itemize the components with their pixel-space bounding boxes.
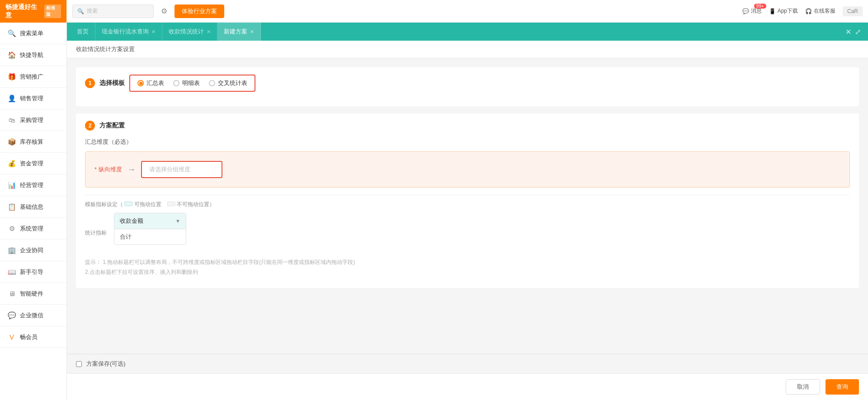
vertical-dimension-label: 纵向维度: [94, 165, 122, 174]
page-header: 收款情况统计方案设置: [67, 41, 868, 58]
sidebar-item-wechat[interactable]: 💬 企业微信: [0, 305, 66, 326]
sidebar-item-label: 库存核算: [20, 138, 43, 146]
save-checkbox-text: 方案保存(可选): [86, 360, 126, 368]
sidebar: 畅捷通好生意 标准版 🔍 搜索菜单 🏠 快捷导航 🎁 营销推广 👤 销售管理 🛍…: [0, 0, 67, 400]
action-bar: 取消 查询: [67, 373, 868, 400]
radio-detail-circle: [173, 80, 179, 86]
sidebar-item-funds[interactable]: 💰 资金管理: [0, 153, 66, 174]
query-button[interactable]: 查询: [826, 379, 859, 395]
breadcrumb: 收款情况统计方案设置: [76, 46, 135, 52]
expand-icon[interactable]: ⤢: [855, 28, 861, 36]
topbar-search-box[interactable]: 🔍 搜索: [72, 5, 154, 18]
stats-row-text: 合计: [120, 233, 132, 240]
dimension-row: 纵向维度 → 请选择分组维度: [94, 161, 840, 178]
indicator-label-col: 统计指标: [85, 213, 107, 250]
tab-new-plan-close-icon[interactable]: ✕: [250, 29, 254, 35]
sidebar-item-hardware[interactable]: 🖥 智能硬件: [0, 283, 66, 305]
sidebar-item-search[interactable]: 🔍 搜索菜单: [0, 23, 66, 44]
sidebar-item-sales[interactable]: 👤 销售管理: [0, 88, 66, 109]
tab-home-label: 首页: [77, 28, 89, 36]
box-icon: 📦: [7, 137, 16, 146]
topbar-right: 💬 消息 99+ 📱 App下载 🎧 在线客服 CaR: [742, 6, 863, 16]
indicator-prefix-text: 模板指标设定（: [85, 201, 123, 207]
logo-text: 畅捷通好生意: [5, 3, 42, 19]
tab-collection-stats-close-icon[interactable]: ✕: [207, 29, 211, 35]
user-icon: 👤: [7, 94, 16, 103]
dimension-selector[interactable]: 请选择分组维度: [141, 161, 222, 178]
radio-detail[interactable]: 明细表: [173, 79, 200, 87]
sidebar-item-label: 新手引导: [20, 268, 43, 276]
topbar-search-icon: 🔍: [77, 8, 84, 14]
save-checkbox[interactable]: [76, 361, 82, 367]
notification-badge: 99+: [754, 4, 766, 9]
sidebar-item-marketing[interactable]: 🎁 营销推广: [0, 66, 66, 88]
sidebar-item-label: 搜索菜单: [20, 29, 43, 38]
close-all-icon[interactable]: ✕: [845, 28, 851, 36]
gift-icon: 🎁: [7, 72, 16, 81]
tabbar-actions: ✕ ⤢: [845, 28, 864, 36]
sidebar-item-ops[interactable]: 📊 经营管理: [0, 174, 66, 196]
indicator-settings-label: 模板指标设定（ 可拖动位置 不可拖动位置）: [85, 201, 215, 208]
tab-bank-flow[interactable]: 现金银行流水查询 ✕: [95, 23, 162, 41]
main-area: 🔍 搜索 ⚙ 体验行业方案 💬 消息 99+ 📱 App下载 🎧 在线客服 Ca…: [67, 0, 868, 400]
tab-bank-flow-label: 现金银行流水查询: [102, 28, 149, 36]
page-body: 1 选择模板 汇总表 明细表 交叉统计表: [67, 58, 868, 354]
page-footer: 方案保存(可选): [67, 354, 868, 373]
sidebar-item-label: 企业微信: [20, 311, 43, 320]
chat-icon: 💬: [7, 311, 16, 320]
tab-new-plan[interactable]: 新建方案 ✕: [217, 23, 261, 41]
radio-detail-label: 明细表: [182, 79, 200, 87]
settings-icon[interactable]: ⚙: [157, 5, 171, 18]
sidebar-item-basic[interactable]: 📋 基础信息: [0, 196, 66, 218]
sidebar-item-system[interactable]: ⚙ 系统管理: [0, 218, 66, 240]
message-icon: 💬: [742, 8, 749, 14]
topbar: 🔍 搜索 ⚙ 体验行业方案 💬 消息 99+ 📱 App下载 🎧 在线客服 Ca…: [67, 0, 868, 23]
sidebar-item-member[interactable]: V 畅会员: [0, 326, 66, 348]
hint-section: 提示： 1.拖动标题栏可以调整布局，不可跨维度或指标区域拖动栏目字段(只能在同一…: [85, 254, 850, 281]
stats-table-header[interactable]: 收款金额 ▼: [114, 213, 186, 229]
step2-title: 方案配置: [99, 122, 125, 130]
radio-summary-circle: [137, 80, 144, 86]
building-icon: 🏢: [7, 246, 16, 255]
dropdown-icon[interactable]: ▼: [175, 218, 180, 224]
step1-number: 1: [85, 78, 95, 88]
member-icon: V: [7, 333, 16, 342]
sidebar-logo: 畅捷通好生意 标准版: [0, 0, 66, 23]
sidebar-item-label: 企业协同: [20, 246, 43, 254]
sidebar-item-inventory[interactable]: 📦 库存核算: [0, 131, 66, 153]
divider: [85, 195, 850, 195]
radio-cross[interactable]: 交叉统计表: [209, 79, 247, 87]
app-download-item[interactable]: 📱 App下载: [769, 7, 798, 15]
download-icon: 📱: [769, 8, 776, 14]
logo-badge: 标准版: [44, 5, 61, 18]
sidebar-item-corp[interactable]: 🏢 企业协同: [0, 240, 66, 261]
sidebar-item-guide[interactable]: 📖 新手引导: [0, 261, 66, 283]
hint-line-1: 提示： 1.拖动标题栏可以调整布局，不可跨维度或指标区域拖动栏目字段(只能在同一…: [85, 258, 850, 268]
arrow-icon: →: [127, 165, 136, 174]
notification-item[interactable]: 💬 消息 99+: [742, 7, 762, 15]
radio-cross-circle: [209, 80, 215, 86]
tab-new-plan-label: 新建方案: [224, 28, 247, 36]
gear-icon: ⚙: [7, 224, 16, 233]
draggable-indicator-tag: [124, 202, 132, 206]
cancel-button[interactable]: 取消: [786, 379, 820, 395]
non-draggable-indicator-tag: [167, 202, 175, 206]
user-display[interactable]: CaR: [843, 6, 863, 16]
radio-summary[interactable]: 汇总表: [137, 79, 164, 87]
sidebar-item-label: 系统管理: [20, 225, 43, 233]
support-item[interactable]: 🎧 在线客服: [805, 7, 835, 15]
dimension-title: 汇总维度（必选）: [85, 138, 850, 146]
list-icon: 📋: [7, 202, 16, 212]
search-icon: 🔍: [7, 29, 16, 38]
tab-home[interactable]: 首页: [71, 23, 95, 41]
money-icon: 💰: [7, 159, 16, 168]
trial-button[interactable]: 体验行业方案: [175, 5, 224, 18]
stats-indicator-label: 统计指标: [85, 230, 107, 236]
chart-icon: 📊: [7, 181, 16, 190]
sidebar-item-purchase[interactable]: 🛍 采购管理: [0, 109, 66, 131]
tab-collection-stats[interactable]: 收款情况统计 ✕: [162, 23, 217, 41]
sidebar-item-quick-nav[interactable]: 🏠 快捷导航: [0, 44, 66, 66]
save-checkbox-label[interactable]: 方案保存(可选): [76, 360, 126, 368]
tab-bank-flow-close-icon[interactable]: ✕: [151, 29, 156, 35]
radio-summary-label: 汇总表: [146, 79, 164, 87]
